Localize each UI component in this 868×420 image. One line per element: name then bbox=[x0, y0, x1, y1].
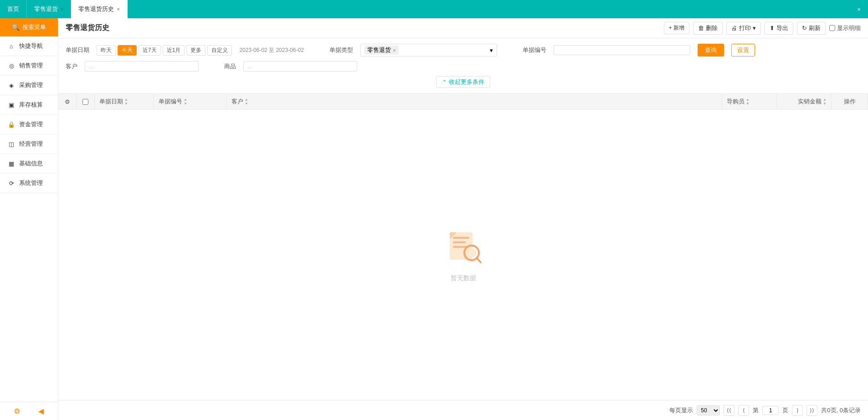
table-wrap: ⚙ 单据日期 ▲▼ 单据编号 ▲▼ 客 bbox=[58, 94, 868, 420]
new-button[interactable]: + 新增 bbox=[664, 22, 689, 34]
select-all-checkbox[interactable] bbox=[82, 99, 88, 105]
sidebar-item-purchase[interactable]: ◈ 采购管理 bbox=[0, 76, 58, 95]
collapse-button[interactable]: ⌃ 收起更多条件 bbox=[436, 76, 490, 88]
close-tab-history-icon[interactable]: × bbox=[117, 6, 119, 12]
export-icon: ⬆ bbox=[770, 25, 775, 31]
filter-area: 单据日期 昨天 今天 近7天 近1月 更多 自定义 2023-06-02 至 2… bbox=[58, 38, 868, 94]
date-range-display: 2023-06-02 至 2023-06-02 bbox=[239, 46, 303, 54]
date-btn-7days[interactable]: 近7天 bbox=[139, 45, 161, 56]
system-icon: ⟳ bbox=[7, 179, 15, 187]
customer-filter-label: 客户 bbox=[66, 62, 77, 71]
th-check[interactable] bbox=[77, 94, 95, 109]
date-btn-today[interactable]: 今天 bbox=[118, 45, 137, 56]
date-sort-icon[interactable]: ▲▼ bbox=[124, 98, 128, 106]
goods-filter-input[interactable]: ... bbox=[243, 61, 357, 72]
refresh-button[interactable]: ↻ 刷新 bbox=[797, 22, 826, 35]
tab-retail-return[interactable]: 零售退货 × bbox=[27, 0, 71, 18]
svg-rect-1 bbox=[453, 237, 469, 239]
sidebar-bottom: ⚙ ◀ bbox=[0, 402, 58, 420]
sidebar-item-finance[interactable]: 🔒 资金管理 bbox=[0, 115, 58, 134]
guide-sort-icon[interactable]: ▲▼ bbox=[746, 98, 750, 106]
print-icon: 🖨 bbox=[731, 25, 737, 31]
page-header: 零售退货历史 + 新增 🗑 删除 🖨 打印 ▾ ⬆ 导出 ↻ bbox=[58, 18, 868, 38]
collapse-sidebar-button[interactable]: ◀ bbox=[34, 404, 48, 419]
th-date: 单据日期 ▲▼ bbox=[95, 94, 154, 109]
sidebar-item-quicknav[interactable]: ⌂ 快捷导航 bbox=[0, 36, 58, 56]
print-button[interactable]: 🖨 打印 ▾ bbox=[726, 22, 761, 35]
window-close-button[interactable]: × bbox=[850, 0, 868, 18]
amount-sort-icon[interactable]: ▲▼ bbox=[823, 98, 827, 106]
th-action: 操作 bbox=[832, 94, 868, 109]
date-btn-1month[interactable]: 近1月 bbox=[163, 45, 185, 56]
filter-row-2: 客户 ... 商品 ... bbox=[66, 61, 861, 72]
type-tag-close-icon[interactable]: × bbox=[393, 47, 396, 54]
table-body-empty: 暂无数据 bbox=[58, 110, 868, 400]
first-page-button[interactable]: ⟨⟨ bbox=[724, 405, 734, 416]
sidebar-item-management[interactable]: ◫ 经营管理 bbox=[0, 134, 58, 154]
topbar: 首页 零售退货 × 零售退货历史 × × bbox=[0, 0, 868, 18]
customer-filter-input[interactable]: ... bbox=[85, 61, 199, 72]
refresh-icon: ↻ bbox=[802, 25, 807, 31]
next-page-button[interactable]: ⟩ bbox=[792, 405, 803, 416]
last-page-button[interactable]: ⟩⟩ bbox=[806, 405, 817, 416]
date-filter-buttons: 昨天 今天 近7天 近1月 更多 自定义 bbox=[97, 45, 232, 56]
customer-sort-icon[interactable]: ▲▼ bbox=[245, 98, 248, 106]
sidebar-item-basicinfo[interactable]: ▦ 基础信息 bbox=[0, 154, 58, 174]
settings-filter-button[interactable]: 设置 bbox=[731, 44, 755, 56]
sidebar-item-system[interactable]: ⟳ 系统管理 bbox=[0, 174, 58, 193]
th-number: 单据编号 ▲▼ bbox=[154, 94, 227, 109]
main-layout: 🔍 搜索菜单 ⌂ 快捷导航 ◎ 销售管理 ◈ 采购管理 ▣ 库存核算 🔒 资金 bbox=[0, 18, 868, 420]
page-size-select[interactable]: 50 10 20 100 bbox=[697, 405, 720, 415]
svg-point-5 bbox=[467, 248, 476, 257]
content-area: 零售退货历史 + 新增 🗑 删除 🖨 打印 ▾ ⬆ 导出 ↻ bbox=[58, 18, 868, 420]
settings-col-icon: ⚙ bbox=[65, 98, 70, 105]
page-number-input[interactable] bbox=[762, 406, 779, 415]
collapse-icon: ⌃ bbox=[442, 79, 447, 86]
topbar-tabs: 首页 零售退货 × 零售退货历史 × bbox=[0, 0, 850, 18]
show-detail-checkbox[interactable]: 显示明细 bbox=[829, 24, 861, 32]
sidebar-item-inventory[interactable]: ▣ 库存核算 bbox=[0, 95, 58, 115]
date-filter-label: 单据日期 bbox=[66, 46, 89, 54]
settings-button[interactable]: ⚙ bbox=[10, 404, 24, 419]
delete-icon: 🗑 bbox=[698, 25, 704, 31]
query-button[interactable]: 查询 bbox=[698, 44, 724, 56]
export-button[interactable]: ⬆ 导出 bbox=[765, 22, 793, 35]
sidebar-item-sales[interactable]: ◎ 销售管理 bbox=[0, 56, 58, 76]
finance-icon: 🔒 bbox=[7, 120, 15, 128]
collapse-row: ⌃ 收起更多条件 bbox=[66, 76, 861, 88]
th-guide: 导购员 ▲▼ bbox=[722, 94, 777, 109]
svg-rect-2 bbox=[453, 241, 466, 243]
page-unit-label: 页 bbox=[782, 406, 788, 415]
th-customer: 客户 ▲▼ bbox=[227, 94, 722, 109]
th-settings[interactable]: ⚙ bbox=[58, 94, 77, 109]
sidebar: 🔍 搜索菜单 ⌂ 快捷导航 ◎ 销售管理 ◈ 采购管理 ▣ 库存核算 🔒 资金 bbox=[0, 18, 58, 420]
tab-retail-return-history[interactable]: 零售退货历史 × bbox=[71, 0, 127, 18]
total-pages-label: 共0页, 0条记录 bbox=[821, 406, 861, 415]
date-btn-custom[interactable]: 自定义 bbox=[207, 45, 232, 56]
sidebar-menu: ⌂ 快捷导航 ◎ 销售管理 ◈ 采购管理 ▣ 库存核算 🔒 资金管理 ◫ 经营管… bbox=[0, 36, 58, 402]
inventory-icon: ▣ bbox=[7, 101, 15, 109]
date-btn-more[interactable]: 更多 bbox=[186, 45, 205, 56]
number-filter-input[interactable] bbox=[554, 45, 690, 55]
svg-line-6 bbox=[477, 258, 481, 262]
home-icon: ⌂ bbox=[7, 42, 15, 50]
header-actions: + 新增 🗑 删除 🖨 打印 ▾ ⬆ 导出 ↻ 刷新 bbox=[664, 22, 861, 35]
filter-row-1: 单据日期 昨天 今天 近7天 近1月 更多 自定义 2023-06-02 至 2… bbox=[66, 44, 861, 56]
delete-button[interactable]: 🗑 删除 bbox=[693, 22, 723, 35]
pagination: 每页显示 50 10 20 100 ⟨⟨ ⟨ 第 页 ⟩ ⟩⟩ 共0页, 0条记… bbox=[58, 400, 868, 420]
date-btn-yesterday[interactable]: 昨天 bbox=[97, 45, 116, 56]
dropdown-arrow-icon: ▾ bbox=[490, 47, 493, 54]
th-amount: 实销金额 ▲▼ bbox=[777, 94, 832, 109]
basicinfo-icon: ▦ bbox=[7, 159, 15, 168]
close-tab-retail-return-icon[interactable]: × bbox=[61, 6, 63, 12]
svg-rect-3 bbox=[453, 246, 467, 248]
number-sort-icon[interactable]: ▲▼ bbox=[184, 98, 187, 106]
page-text: 第 bbox=[753, 406, 759, 415]
table-header: ⚙ 单据日期 ▲▼ 单据编号 ▲▼ 客 bbox=[58, 94, 868, 110]
type-filter-dropdown[interactable]: 零售退货 × ▾ bbox=[360, 44, 497, 56]
prev-page-button[interactable]: ⟨ bbox=[738, 405, 749, 416]
sidebar-search-button[interactable]: 🔍 搜索菜单 bbox=[0, 18, 58, 36]
tab-home[interactable]: 首页 bbox=[0, 0, 27, 18]
type-filter-label: 单据类型 bbox=[329, 46, 353, 54]
page-title: 零售退货历史 bbox=[66, 23, 109, 33]
